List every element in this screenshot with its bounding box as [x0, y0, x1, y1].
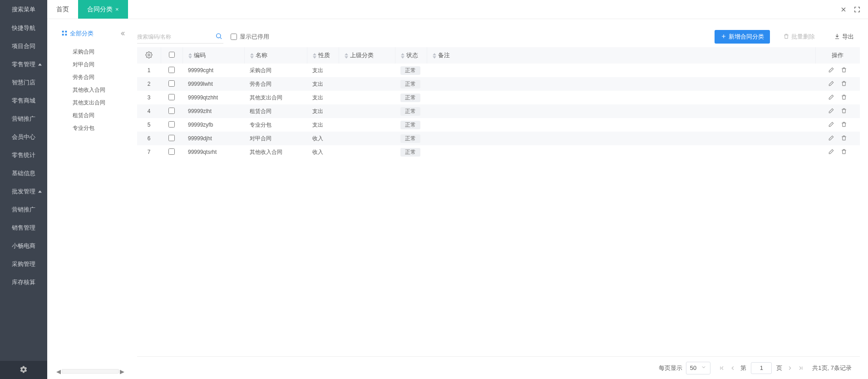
row-checkbox[interactable] — [168, 67, 175, 73]
row-checkbox[interactable] — [168, 80, 175, 87]
sidebar-item-6[interactable]: 营销推广 — [0, 110, 47, 128]
tab-close-icon[interactable]: × — [115, 6, 119, 13]
delete-icon[interactable] — [841, 121, 847, 129]
delete-icon[interactable] — [841, 108, 847, 115]
row-checkbox[interactable] — [168, 94, 175, 100]
delete-icon[interactable] — [841, 67, 847, 74]
sidebar-item-9[interactable]: 基础信息 — [0, 164, 47, 182]
cell-name: 专业分包 — [244, 118, 307, 132]
sidebar-item-8[interactable]: 零售统计 — [0, 146, 47, 164]
show-disabled-label: 显示已停用 — [240, 33, 269, 41]
page-size-select[interactable]: 50 — [686, 362, 710, 374]
table-settings-header[interactable] — [137, 47, 161, 64]
sidebar-item-11[interactable]: 营销推广 — [0, 201, 47, 219]
cell-remark — [427, 104, 815, 118]
sidebar-item-14[interactable]: 采购管理 — [0, 255, 47, 273]
sidebar-item-7[interactable]: 会员中心 — [0, 128, 47, 146]
scroll-right-icon[interactable]: ▶ — [120, 368, 124, 375]
sidebar-item-4[interactable]: 智慧门店 — [0, 74, 47, 92]
sidebar-item-1[interactable]: 快捷导航 — [0, 19, 47, 37]
row-index: 5 — [137, 118, 161, 132]
batch-delete-button[interactable]: 批量删除 — [777, 30, 821, 44]
tree-scrollbar[interactable]: ◀ ▶ — [56, 368, 124, 374]
th-status[interactable]: 状态 — [395, 47, 427, 64]
select-all-checkbox[interactable] — [169, 52, 175, 58]
grid-icon — [62, 30, 67, 37]
edit-icon[interactable] — [828, 80, 834, 88]
tree-item-4[interactable]: 其他支出合同 — [73, 96, 129, 109]
tab-0[interactable]: 首页 — [47, 0, 78, 19]
edit-icon[interactable] — [828, 94, 834, 102]
scroll-left-icon[interactable]: ◀ — [56, 368, 61, 375]
cell-nature: 支出 — [307, 64, 339, 77]
edit-icon[interactable] — [828, 135, 834, 143]
tree-item-6[interactable]: 专业分包 — [73, 122, 129, 134]
th-remark[interactable]: 备注 — [427, 47, 815, 64]
cell-parent — [339, 104, 395, 118]
search-input[interactable] — [137, 30, 223, 44]
sidebar-item-15[interactable]: 库存核算 — [0, 273, 47, 291]
th-parent[interactable]: 上级分类 — [339, 47, 395, 64]
cell-status: 正常 — [395, 104, 427, 118]
add-category-button[interactable]: 新增合同分类 — [715, 30, 770, 44]
sidebar-item-2[interactable]: 项目合同 — [0, 37, 47, 55]
close-tab-icon[interactable] — [840, 6, 847, 13]
tree-item-1[interactable]: 对甲合同 — [73, 58, 129, 71]
sidebar-item-10[interactable]: 批发管理 — [0, 182, 47, 201]
gear-icon — [20, 365, 28, 375]
table-row: 199999cght采购合同支出正常 — [137, 64, 860, 77]
edit-icon[interactable] — [828, 67, 834, 74]
sidebar-item-5[interactable]: 零售商城 — [0, 92, 47, 110]
th-name[interactable]: 名称 — [244, 47, 307, 64]
cell-nature: 支出 — [307, 77, 339, 91]
tab-1[interactable]: 合同分类× — [78, 0, 128, 19]
edit-icon[interactable] — [828, 148, 834, 156]
table-row: 499999zlht租赁合同支出正常 — [137, 104, 860, 118]
prev-page-icon[interactable] — [730, 365, 736, 371]
sidebar-item-3[interactable]: 零售管理 — [0, 55, 47, 74]
next-page-icon[interactable] — [787, 365, 793, 371]
row-checkbox[interactable] — [168, 121, 175, 128]
row-index: 2 — [137, 77, 161, 91]
table-row: 699999djht对甲合同收入正常 — [137, 132, 860, 145]
batch-delete-label: 批量删除 — [791, 33, 815, 41]
edit-icon[interactable] — [828, 108, 834, 115]
cell-name: 其他收入合同 — [244, 145, 307, 159]
delete-icon[interactable] — [841, 135, 847, 143]
sidebar-item-12[interactable]: 销售管理 — [0, 219, 47, 237]
svg-point-5 — [148, 54, 150, 56]
export-button[interactable]: 导出 — [828, 30, 860, 44]
cell-remark — [427, 91, 815, 104]
fullscreen-icon[interactable] — [853, 6, 861, 13]
tree-item-0[interactable]: 采购合同 — [73, 45, 129, 58]
collapse-tree-icon[interactable] — [118, 28, 127, 39]
pagination-footer: 每页显示 50 第 页 共 — [137, 356, 860, 379]
show-disabled-toggle[interactable]: 显示已停用 — [231, 33, 269, 41]
sidebar-settings[interactable] — [0, 361, 47, 379]
sidebar-item-13[interactable]: 小畅电商 — [0, 237, 47, 255]
svg-point-4 — [217, 34, 221, 38]
row-checkbox[interactable] — [168, 135, 175, 141]
row-index: 1 — [137, 64, 161, 77]
tree-item-5[interactable]: 租赁合同 — [73, 109, 129, 122]
th-nature[interactable]: 性质 — [307, 47, 339, 64]
row-checkbox[interactable] — [168, 108, 175, 114]
toolbar: 显示已停用 新增合同分类 批量删除 — [137, 26, 860, 47]
delete-icon[interactable] — [841, 94, 847, 102]
sidebar-item-0[interactable]: 搜索菜单 — [0, 0, 47, 19]
row-checkbox[interactable] — [168, 148, 175, 155]
cell-nature: 支出 — [307, 91, 339, 104]
delete-icon[interactable] — [841, 148, 847, 156]
page-input[interactable] — [751, 362, 772, 374]
th-code[interactable]: 编码 — [182, 47, 244, 64]
show-disabled-checkbox[interactable] — [231, 34, 237, 40]
delete-icon[interactable] — [841, 80, 847, 88]
last-page-icon[interactable] — [798, 365, 804, 371]
search-icon[interactable] — [215, 33, 222, 41]
first-page-icon[interactable] — [719, 365, 725, 371]
tree-item-2[interactable]: 劳务合同 — [73, 71, 129, 84]
tree-item-3[interactable]: 其他收入合同 — [73, 84, 129, 96]
edit-icon[interactable] — [828, 121, 834, 129]
svg-rect-0 — [62, 30, 64, 32]
cell-parent — [339, 91, 395, 104]
